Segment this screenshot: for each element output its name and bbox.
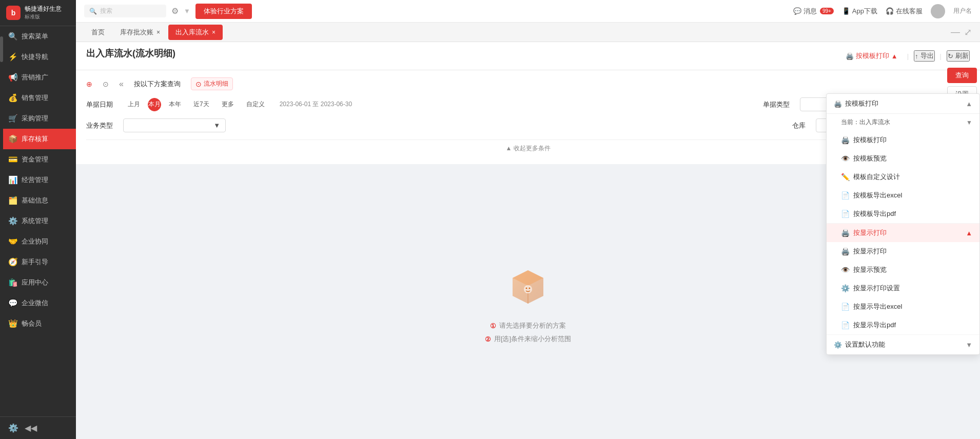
gear-icon[interactable]: ⚙ <box>171 6 179 16</box>
date-more-btn[interactable]: 更多 <box>217 98 239 111</box>
sidebar-item-label: 企业微信 <box>22 298 48 308</box>
sidebar-item-wxwork[interactable]: 💬 企业微信 <box>0 293 76 313</box>
display-print-group-icon: 🖨️ <box>841 229 849 237</box>
tab-batch-ledger[interactable]: 库存批次账 × <box>113 25 167 40</box>
sidebar-item-guide[interactable]: 🧭 新手引导 <box>0 252 76 272</box>
wxwork-icon: 💬 <box>8 298 17 308</box>
collapse-icon: ▲ <box>505 145 512 152</box>
dropdown-item-template-excel[interactable]: 📄 按模板导出excel <box>827 186 979 205</box>
dropdown-item-display-preview[interactable]: 👁️ 按显示预览 <box>827 261 979 279</box>
dropdown-item-display-print-group[interactable]: 🖨️ 按显示打印 ▲ <box>827 224 979 242</box>
tabs-bar: 首页 库存批次账 × 出入库流水 × — ⤢ <box>76 23 980 42</box>
sidebar-item-system[interactable]: ⚙️ 系统管理 <box>0 211 76 231</box>
template-custom-item-label: 模板自定义设计 <box>853 172 900 182</box>
app-download-icon: 📱 <box>842 7 850 15</box>
brand-info: 畅捷通好生意 标准版 <box>25 5 62 21</box>
dropdown-header: 🖨️ 按模板打印 ▲ <box>827 94 979 114</box>
dropdown-item-template-custom[interactable]: ✏️ 模板自定义设计 <box>827 168 979 186</box>
sidebar-item-inventory[interactable]: 📦 库存核算 <box>0 129 76 149</box>
display-preview-item-icon: 👁️ <box>841 266 849 274</box>
dropdown-header-label: 按模板打印 <box>845 99 878 108</box>
template-print-item-label: 按模板打印 <box>853 135 887 145</box>
dropdown-footer[interactable]: ⚙️ 设置默认功能 ▼ <box>827 335 979 354</box>
display-print-section: 🖨️ 按显示打印 ▲ 🖨️ 按显示打印 👁️ 按显示预览 ⚙️ 按显示打印设置 <box>827 224 979 335</box>
dropdown-item-template-pdf[interactable]: 📄 按模板导出pdf <box>827 205 979 223</box>
flow-detail-label: 流水明细 <box>204 79 228 88</box>
flow-detail-tag[interactable]: ⊙ 流水明细 <box>191 77 233 90</box>
settings-footer-icon: ⚙️ <box>834 341 842 349</box>
sidebar-item-label: 快捷导航 <box>22 52 48 62</box>
filter-row-1: ⊕ ⊙ « 按以下方案查询 ⊙ 流水明细 <box>86 77 970 90</box>
dropdown-item-display-print-settings[interactable]: ⚙️ 按显示打印设置 <box>827 279 979 297</box>
message-group[interactable]: 💬 消息 99+ <box>793 7 834 16</box>
sidebar-item-sales[interactable]: 💰 销售管理 <box>0 88 76 108</box>
sidebar-item-marketing[interactable]: 📢 营销推广 <box>0 67 76 88</box>
sidebar-bottom: ⚙️ ◀◀ <box>0 416 76 439</box>
tab-maximize-icon[interactable]: ⤢ <box>964 27 972 38</box>
purchase-icon: 🛒 <box>8 114 17 123</box>
basic-icon: 🗂️ <box>8 196 17 205</box>
footer-chevron-down: ▼ <box>966 341 972 349</box>
sidebar-item-appstore[interactable]: 🛍️ 应用中心 <box>0 272 76 293</box>
tab-inout-flow-close[interactable]: × <box>212 29 215 36</box>
online-service-group[interactable]: 🎧 在线客服 <box>886 7 923 16</box>
sidebar-item-search[interactable]: 🔍 搜索菜单 <box>0 26 76 47</box>
trial-btn[interactable]: 体验行业方案 <box>195 4 252 19</box>
dropdown-item-template-preview[interactable]: 👁️ 按模板预览 <box>827 149 979 168</box>
filter-add-btn[interactable]: ⊕ <box>86 80 92 88</box>
date-this-month-btn[interactable]: 本月 <box>148 98 161 111</box>
tab-inout-flow[interactable]: 出入库流水 × <box>168 25 223 40</box>
app-download-group[interactable]: 📱 App下载 <box>842 7 877 16</box>
export-btn[interactable]: ↑ 导出 <box>914 50 935 62</box>
sidebar-item-membership[interactable]: 👑 畅会员 <box>0 313 76 334</box>
sidebar-item-finance[interactable]: 💳 资金管理 <box>0 149 76 170</box>
tab-minimize-icon[interactable]: — <box>951 27 960 37</box>
settings-bottom-icon[interactable]: ⚙️ <box>8 423 18 433</box>
sidebar-item-operation[interactable]: 📊 经营管理 <box>0 170 76 190</box>
avatar[interactable] <box>931 4 945 18</box>
filter-settings-btn[interactable]: ⊙ <box>103 80 109 88</box>
app-download-label: App下载 <box>852 7 877 16</box>
display-preview-item-label: 按显示预览 <box>853 265 887 274</box>
filter-collapse-left-btn[interactable]: « <box>119 79 124 89</box>
tag-icon: ⊙ <box>195 80 202 88</box>
filter-scheme-label: 按以下方案查询 <box>134 79 181 89</box>
date-this-year-btn[interactable]: 本年 <box>164 98 186 111</box>
dropdown-arrow: ▼ <box>184 7 190 15</box>
operation-icon: 📊 <box>8 175 17 185</box>
dropdown-collapse-btn[interactable]: ▲ <box>966 100 972 108</box>
tab-batch-ledger-label: 库存批次账 <box>120 28 153 37</box>
dropdown-item-display-pdf[interactable]: 📄 按显示导出pdf <box>827 316 979 334</box>
action-divider2: | <box>940 52 942 60</box>
query-btn[interactable]: 查询 <box>947 68 977 83</box>
topbar-right: 💬 消息 99+ 📱 App下载 🎧 在线客服 用户名 <box>793 4 972 18</box>
dropdown-item-template-print[interactable]: 🖨️ 按模板打印 <box>827 131 979 149</box>
template-print-btn[interactable]: 🖨️ 按模板打印 ▲ <box>841 49 902 63</box>
dropdown-item-display-print[interactable]: 🖨️ 按显示打印 <box>827 242 979 261</box>
sidebar-item-quick-nav[interactable]: ⚡ 快捷导航 <box>0 47 76 67</box>
sidebar-item-enterprise[interactable]: 🤝 企业协同 <box>0 231 76 252</box>
sidebar-item-label: 经营管理 <box>22 175 48 185</box>
empty-tip-1: ① 请先选择要分析的方案 <box>490 321 566 330</box>
dropdown-footer-label: 设置默认功能 <box>845 340 885 349</box>
date-last-7days-btn[interactable]: 近7天 <box>189 98 214 111</box>
display-excel-item-label: 按显示导出excel <box>853 302 902 311</box>
date-custom-btn[interactable]: 自定义 <box>242 98 269 111</box>
search-box[interactable]: 🔍 搜索 <box>84 5 166 17</box>
refresh-btn[interactable]: ↻ 刷新 <box>947 50 970 62</box>
date-last-month-btn[interactable]: 上月 <box>123 98 145 111</box>
search-icon-topbar: 🔍 <box>89 8 97 15</box>
sidebar-item-basic[interactable]: 🗂️ 基础信息 <box>0 190 76 211</box>
tab-home[interactable]: 首页 <box>84 25 112 40</box>
empty-tip-2: ② 用[选]条件来缩小分析范围 <box>485 334 571 344</box>
template-custom-item-icon: ✏️ <box>841 173 849 181</box>
dropdown-item-display-excel[interactable]: 📄 按显示导出excel <box>827 297 979 316</box>
date-filter-label: 单据日期 <box>86 100 113 109</box>
printer-icon: 🖨️ <box>846 52 854 60</box>
sidebar-item-purchase[interactable]: 🛒 采购管理 <box>0 108 76 129</box>
business-type-select[interactable]: ▼ <box>123 118 226 132</box>
fold-sidebar-icon[interactable]: ◀◀ <box>25 423 37 433</box>
tab-batch-ledger-close[interactable]: × <box>156 29 160 36</box>
warehouse-label: 仓库 <box>792 121 806 130</box>
sidebar-item-label: 库存核算 <box>22 134 48 144</box>
